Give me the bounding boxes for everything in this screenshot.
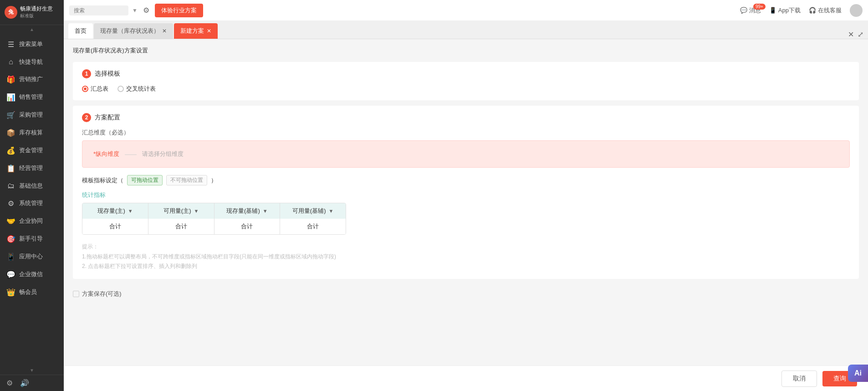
sidebar-item-label: 系统管理 <box>19 199 43 207</box>
stats-col-0-label: 现存量(主) <box>97 207 125 215</box>
sidebar-item-label: 销售管理 <box>19 93 43 101</box>
save-checkbox-row: 方案保存(可选) <box>73 284 859 304</box>
settings-icon[interactable]: ⚙ <box>6 379 13 387</box>
template-settings-label: 模板指标设定（ <box>82 176 123 185</box>
search-input[interactable] <box>69 5 128 15</box>
sidebar-item-label: 搜索菜单 <box>19 40 43 48</box>
sidebar-footer: ⚙ 🔊 <box>0 375 64 391</box>
sidebar-item-operations[interactable]: 📋 经营管理 <box>0 159 64 177</box>
folder-icon: 🗂 <box>6 182 15 190</box>
clipboard-icon: 📋 <box>6 164 15 173</box>
ai-float-button[interactable]: Ai <box>848 365 868 382</box>
tab-home[interactable]: 首页 <box>68 23 93 39</box>
tab-new-scheme-label: 新建方案 <box>180 27 204 35</box>
sidebar-item-wechat[interactable]: 💬 企业微信 <box>0 266 64 283</box>
sidebar-item-member[interactable]: 👑 畅会员 <box>0 283 64 301</box>
app-download-btn[interactable]: 📱 App下载 <box>769 6 801 15</box>
handshake-icon: 🤝 <box>6 217 15 226</box>
sidebar-item-app-center[interactable]: 📱 应用中心 <box>0 248 64 266</box>
stats-col-1-dropdown[interactable]: ▼ <box>194 208 199 214</box>
tab-inventory-status[interactable]: 现存量（库存状况表） ✕ <box>94 23 173 39</box>
sidebar-item-label: 新手引导 <box>19 235 43 243</box>
template-radio-group: 汇总表 交叉统计表 <box>82 85 850 93</box>
dimension-required-box[interactable]: *纵向维度 —— 请选择分组维度 <box>82 140 850 168</box>
close-window-btn[interactable]: ✕ <box>848 30 854 39</box>
draggable-badge: 可拖动位置 <box>127 175 163 185</box>
tab-home-label: 首页 <box>75 27 87 35</box>
customer-service-btn[interactable]: 🎧 在线客服 <box>809 6 842 15</box>
money-icon: 💰 <box>6 146 15 155</box>
search-dropdown-icon[interactable]: ▼ <box>132 7 138 14</box>
section2-number: 2 <box>82 113 91 122</box>
radio-summary-dot <box>82 86 88 92</box>
section1-number: 1 <box>82 69 91 78</box>
sidebar-item-search-menu[interactable]: ☰ 搜索菜单 <box>0 36 64 53</box>
sidebar-item-label: 经营管理 <box>19 164 43 172</box>
sidebar-item-marketing[interactable]: 🎁 营销推广 <box>0 71 64 88</box>
stats-col-3-dropdown[interactable]: ▼ <box>329 208 334 214</box>
sidebar-item-basic-info[interactable]: 🗂 基础信息 <box>0 177 64 195</box>
expand-window-btn[interactable]: ⤢ <box>858 30 863 39</box>
chart-icon: 📊 <box>6 93 15 102</box>
user-avatar[interactable] <box>850 4 863 17</box>
scroll-up-arrow[interactable]: ▲ <box>30 27 34 32</box>
sidebar-item-guide[interactable]: 🎯 新手引导 <box>0 230 64 248</box>
sidebar-item-label: 畅会员 <box>19 288 37 296</box>
section2-header: 2 方案配置 <box>82 113 850 122</box>
tab-inventory-close[interactable]: ✕ <box>162 28 167 34</box>
tip-2: 2. 点击标题栏下拉可设置排序、插入列和删除列 <box>82 262 850 272</box>
radio-summary-label: 汇总表 <box>91 85 108 93</box>
tip-1: 1.拖动标题栏可以调整布局，不可跨维度或指标区域拖动栏目字段(只能在同一维度或指… <box>82 252 850 262</box>
sidebar-item-quick-nav[interactable]: ⌂ 快捷导航 <box>0 53 64 71</box>
topbar-right: 💬 消息 99+ 📱 App下载 🎧 在线客服 <box>740 4 863 17</box>
stats-cell-1: 合计 <box>148 219 214 234</box>
sidebar-item-finance[interactable]: 💰 资金管理 <box>0 142 64 159</box>
tabs-bar: 首页 现存量（库存状况表） ✕ 新建方案 ✕ ✕ ⤢ <box>64 21 868 39</box>
headset-icon: 🎧 <box>809 7 816 14</box>
sidebar-item-enterprise[interactable]: 🤝 企业协同 <box>0 212 64 230</box>
sidebar-item-label: 资金管理 <box>19 146 43 154</box>
tab-new-scheme-close[interactable]: ✕ <box>207 28 211 34</box>
industry-btn[interactable]: 体验行业方案 <box>155 4 203 17</box>
stats-col-2-dropdown[interactable]: ▼ <box>263 208 268 214</box>
topbar-settings-icon[interactable]: ⚙ <box>143 6 149 15</box>
home-icon: ⌂ <box>6 58 15 66</box>
sidebar-item-inventory[interactable]: 📦 库存核算 <box>0 124 64 142</box>
app-badge: 标准版 <box>20 13 53 19</box>
stats-section-title: 统计指标 <box>82 191 850 199</box>
main-area: ▼ ⚙ 体验行业方案 💬 消息 99+ 📱 App下载 🎧 在线客服 首页 <box>64 0 868 391</box>
stats-col-2-label: 现存量(基辅) <box>226 207 260 215</box>
sound-icon[interactable]: 🔊 <box>20 379 29 387</box>
sidebar-item-label: 企业协同 <box>19 217 43 225</box>
stats-col-3-label: 可用量(基辅) <box>292 207 326 215</box>
radio-cross[interactable]: 交叉统计表 <box>117 85 156 93</box>
scroll-down-arrow[interactable]: ▼ <box>30 368 34 373</box>
stats-table: 现存量(主) ▼ 可用量(主) ▼ 现存量(基辅) ▼ 可用量(基辅) ▼ <box>82 203 346 235</box>
sidebar-item-sales[interactable]: 📊 销售管理 <box>0 88 64 106</box>
sidebar-scroll-down[interactable]: ▼ <box>0 366 64 375</box>
stats-col-0-dropdown[interactable]: ▼ <box>128 208 133 214</box>
message-btn[interactable]: 💬 消息 99+ <box>740 6 761 15</box>
cancel-button[interactable]: 取消 <box>781 370 817 387</box>
sidebar-item-purchase[interactable]: 🛒 采购管理 <box>0 106 64 124</box>
sidebar-item-system[interactable]: ⚙ 系统管理 <box>0 195 64 212</box>
save-checkbox[interactable] <box>73 291 79 297</box>
message-badge: 99+ <box>753 4 766 10</box>
target-icon: 🎯 <box>6 235 15 243</box>
gear-icon: ⚙ <box>6 199 15 208</box>
dimension-field-label: *纵向维度 <box>93 150 119 158</box>
radio-summary[interactable]: 汇总表 <box>82 85 108 93</box>
stats-table-header: 现存量(主) ▼ 可用量(主) ▼ 现存量(基辅) ▼ 可用量(基辅) ▼ <box>82 203 346 219</box>
page-title: 现存量(库存状况表)方案设置 <box>73 46 859 55</box>
section1-header: 1 选择模板 <box>82 69 850 78</box>
tab-new-scheme[interactable]: 新建方案 ✕ <box>174 23 218 39</box>
dimension-label: 汇总维度（必选） <box>82 129 850 137</box>
window-controls: ✕ ⤢ <box>848 30 863 39</box>
sidebar-item-label: 基础信息 <box>19 182 43 190</box>
sidebar-scroll-up[interactable]: ▲ <box>0 25 64 34</box>
template-settings: 模板指标设定（ 可拖动位置 不可拖动位置 ） <box>82 175 850 185</box>
footer-bar: 取消 查询 <box>64 365 868 391</box>
stats-table-body: 合计 合计 合计 合计 <box>82 219 346 234</box>
sidebar-item-label: 采购管理 <box>19 111 43 119</box>
sidebar-nav: ☰ 搜索菜单 ⌂ 快捷导航 🎁 营销推广 📊 销售管理 🛒 采购管理 📦 库存核… <box>0 34 64 366</box>
